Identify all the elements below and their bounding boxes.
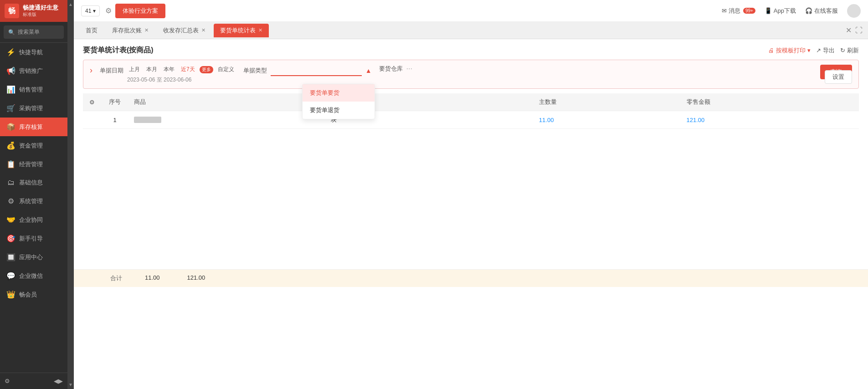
date-buttons-row: 上月 本月 本年 近7天 更多 自定义: [127, 65, 236, 74]
date-btn-this-year[interactable]: 本年: [162, 65, 176, 74]
sidebar-scroll-strip: ▲ ▼: [67, 0, 74, 389]
enterprise-icon: 🤝: [6, 215, 15, 224]
date-btn-last-month[interactable]: 上月: [127, 65, 142, 74]
tabbar: 首页 库存批次账 ✕ 收发存汇总表 ✕ 要货单统计表 ✕ ✕ ⛶: [74, 22, 868, 39]
table-header-row: ⚙ 序号 商品 主计量单位 主数量 零售金额: [83, 93, 859, 111]
sidebar-bottom: ⚙ ◀▶: [0, 373, 67, 389]
tab-batch[interactable]: 库存批次账 ✕: [106, 24, 155, 37]
sidebar-search-area: 🔍 搜索菜单: [0, 22, 67, 43]
settings-button[interactable]: 设置: [825, 70, 852, 84]
online-service-button[interactable]: 🎧 在线客服: [805, 7, 838, 15]
guide-icon: 🎯: [6, 234, 15, 243]
type-dropdown-arrow[interactable]: ▲: [365, 67, 372, 74]
topbar: 41 ▾ ⚙ 体验行业方案 ✉ 消息 99+ 📱 App下载 🎧 在线客服: [74, 0, 868, 22]
print-icon: 🖨: [768, 47, 774, 54]
type-filter-label: 单据类型: [243, 67, 267, 75]
member-icon: 👑: [6, 290, 15, 299]
sidebar-header: 畅 畅捷通好生意 标准版: [0, 0, 67, 22]
date-filter-label: 单据日期: [100, 67, 123, 75]
sidebar-item-purchase[interactable]: 🛒 采购管理: [0, 99, 67, 118]
app-edition: 标准版: [23, 11, 58, 18]
date-options: 上月 本月 本年 近7天 更多 自定义 2023-05-06 至 2023-06…: [127, 65, 236, 84]
page-title: 要货单统计表(按商品): [83, 46, 154, 55]
footer-amount: 121.00: [187, 274, 205, 282]
collapse-icon[interactable]: ◀▶: [54, 378, 63, 384]
tab-receive-close[interactable]: ✕: [201, 27, 205, 33]
sidebar-item-marketing[interactable]: 📢 营销推广: [0, 61, 67, 80]
finance-icon: 💰: [6, 141, 15, 150]
export-icon: ↗: [816, 47, 821, 54]
base-icon: 🗂: [6, 179, 15, 187]
sidebar-item-base[interactable]: 🗂 基础信息: [0, 174, 67, 192]
app-name: 畅捷通好生意: [23, 4, 58, 12]
table-head: ⚙ 序号 商品 主计量单位 主数量 零售金额: [83, 93, 859, 111]
sidebar-item-guide[interactable]: 🎯 新手引导: [0, 229, 67, 248]
main-area: 41 ▾ ⚙ 体验行业方案 ✉ 消息 99+ 📱 App下载 🎧 在线客服: [74, 0, 868, 389]
sidebar-item-enterprise[interactable]: 🤝 企业协同: [0, 210, 67, 229]
sidebar-item-wechat[interactable]: 💬 企业微信: [0, 266, 67, 285]
date-btn-this-month[interactable]: 本月: [144, 65, 159, 74]
search-menu-button[interactable]: 🔍 搜索菜单: [4, 26, 64, 39]
date-filter-group: 单据日期 上月 本月 本年 近7天 更多 自定义 2023-05-06 至 20…: [100, 65, 236, 84]
operation-icon: 📋: [6, 160, 15, 169]
date-btn-custom[interactable]: 自定义: [216, 65, 236, 74]
tab-order-stat[interactable]: 要货单统计表 ✕: [214, 24, 269, 37]
row-qty-cell: 11.00: [534, 111, 681, 129]
sidebar-item-sales[interactable]: 📊 销售管理: [0, 80, 67, 99]
print-button[interactable]: 🖨 按模板打印 ▾: [768, 46, 811, 55]
sidebar-item-system[interactable]: ⚙ 系统管理: [0, 192, 67, 210]
scroll-down-arrow[interactable]: ▼: [68, 382, 73, 387]
sidebar-nav: ⚡ 快捷导航 📢 营销推广 📊 销售管理 🛒 采购管理 📦 库存核算 💰 资金管…: [0, 43, 67, 373]
dropdown-item-order-return[interactable]: 要货单退货: [303, 102, 375, 119]
row-goods-cell: [128, 111, 325, 129]
trial-button[interactable]: 体验行业方案: [115, 4, 165, 18]
export-button[interactable]: ↗ 导出: [816, 46, 835, 55]
sidebar-item-appstore[interactable]: 🔲 应用中心: [0, 248, 67, 266]
tab-order-stat-close[interactable]: ✕: [258, 27, 262, 33]
service-icon: 🎧: [805, 7, 812, 14]
table-footer: 合计 11.00 121.00: [74, 269, 868, 287]
table-body: 1 块 11.00 121.00: [83, 111, 859, 129]
table-empty-space: [74, 129, 868, 266]
sidebar: 畅 畅捷通好生意 标准版 🔍 搜索菜单 ⚡ 快捷导航 📢 营销推广 📊 销售管理…: [0, 0, 67, 389]
message-badge: 99+: [743, 8, 755, 14]
message-button[interactable]: ✉ 消息 99+: [722, 7, 755, 15]
date-range-display: 2023-05-06 至 2023-06-06: [127, 76, 236, 84]
footer-qty: 11.00: [145, 274, 160, 282]
settings-icon[interactable]: ⚙: [5, 378, 10, 384]
chevron-down-icon: ▾: [93, 8, 96, 14]
page-content: 要货单统计表(按商品) 🖨 按模板打印 ▾ ↗ 导出 ↻ 刷新 ›: [74, 39, 868, 389]
topbar-gear-icon[interactable]: ⚙: [105, 6, 112, 15]
sidebar-item-inventory[interactable]: 📦 库存核算: [0, 118, 67, 136]
tab-batch-close[interactable]: ✕: [144, 27, 149, 33]
col-num-header: 序号: [101, 93, 128, 111]
page-actions: 🖨 按模板打印 ▾ ↗ 导出 ↻ 刷新: [768, 46, 859, 55]
sidebar-item-operation[interactable]: 📋 经营管理: [0, 155, 67, 174]
col-settings-header[interactable]: ⚙: [83, 93, 101, 111]
filter-expand-button[interactable]: ›: [90, 66, 92, 75]
system-icon: ⚙: [6, 197, 15, 205]
tab-home[interactable]: 首页: [79, 24, 104, 37]
type-filter-input[interactable]: [271, 65, 362, 76]
company-selector[interactable]: 41 ▾: [81, 5, 100, 16]
user-avatar[interactable]: [847, 4, 861, 18]
download-icon: 📱: [765, 7, 772, 14]
refresh-button[interactable]: ↻ 刷新: [840, 46, 859, 55]
page-header: 要货单统计表(按商品) 🖨 按模板打印 ▾ ↗ 导出 ↻ 刷新: [74, 39, 868, 60]
print-dropdown-arrow[interactable]: ▾: [807, 47, 811, 54]
col-amount-header: 零售金额: [681, 93, 859, 111]
type-dropdown: 要货单要货 要货单退货: [302, 84, 375, 119]
warehouse-filter-dots[interactable]: ···: [406, 65, 412, 73]
scroll-up-arrow[interactable]: ▲: [68, 2, 73, 7]
sidebar-item-finance[interactable]: 💰 资金管理: [0, 136, 67, 155]
tab-close-all-button[interactable]: ✕: [846, 26, 852, 35]
quick-icon: ⚡: [6, 48, 15, 56]
date-btn-7days[interactable]: 近7天: [179, 65, 197, 74]
search-icon: 🔍: [8, 29, 15, 36]
sidebar-item-quick[interactable]: ⚡ 快捷导航: [0, 43, 67, 61]
dropdown-item-order-goods[interactable]: 要货单要货: [303, 84, 375, 102]
tab-receive[interactable]: 收发存汇总表 ✕: [157, 24, 212, 37]
app-download-button[interactable]: 📱 App下载: [765, 7, 796, 15]
sidebar-item-member[interactable]: 👑 畅会员: [0, 285, 67, 304]
tab-expand-button[interactable]: ⛶: [855, 26, 863, 35]
